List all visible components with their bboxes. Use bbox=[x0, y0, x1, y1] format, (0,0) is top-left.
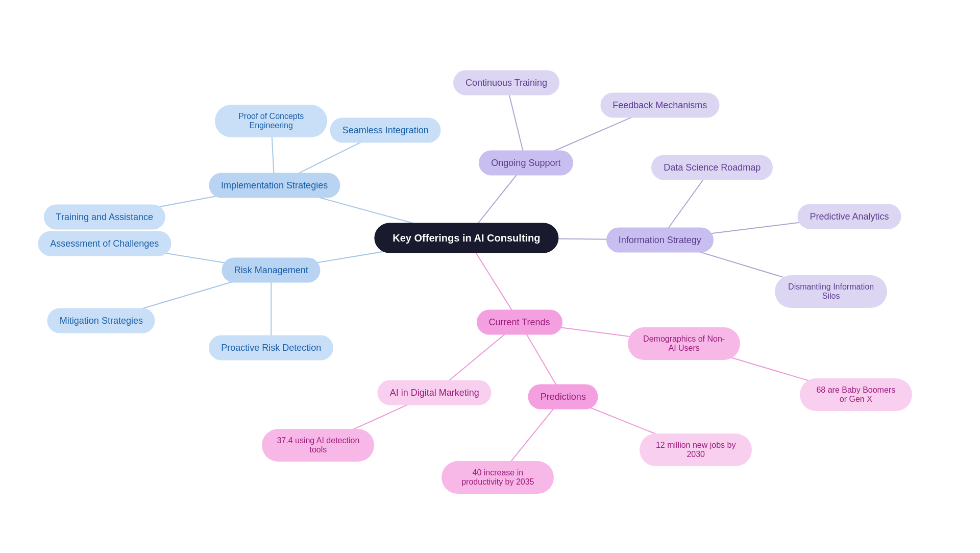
seamless-integration-node: Seamless Integration bbox=[330, 117, 441, 142]
37-4-detection-node: 37.4 using AI detection tools bbox=[262, 429, 374, 462]
data-science-roadmap-node: Data Science Roadmap bbox=[651, 155, 773, 180]
predictions-node: Predictions bbox=[528, 384, 598, 410]
information-strategy-node: Information Strategy bbox=[606, 227, 714, 252]
mindmap-canvas: Key Offerings in AI ConsultingImplementa… bbox=[0, 0, 980, 553]
training-assistance-node: Training and Assistance bbox=[44, 205, 165, 230]
dismantling-silos-node: Dismantling Information Silos bbox=[775, 275, 887, 308]
continuous-training-node: Continuous Training bbox=[453, 70, 559, 95]
demographics-node: Demographics of Non-AI Users bbox=[628, 327, 740, 360]
risk-management-node: Risk Management bbox=[222, 258, 321, 283]
proof-of-concepts-node: Proof of Concepts Engineering bbox=[215, 105, 327, 137]
proactive-risk-node: Proactive Risk Detection bbox=[209, 335, 333, 360]
ongoing-support-node: Ongoing Support bbox=[479, 151, 573, 176]
40-productivity-node: 40 increase in productivity by 2035 bbox=[442, 461, 554, 494]
predictive-analytics-node: Predictive Analytics bbox=[797, 204, 901, 229]
center-node: Key Offerings in AI Consulting bbox=[374, 223, 558, 253]
ai-digital-marketing-node: AI in Digital Marketing bbox=[378, 380, 492, 405]
implementation-strategies-node: Implementation Strategies bbox=[209, 173, 340, 198]
current-trends-node: Current Trends bbox=[477, 309, 562, 334]
mitigation-strategies-node: Mitigation Strategies bbox=[47, 308, 155, 333]
68-baby-boomers-node: 68 are Baby Boomers or Gen X bbox=[800, 378, 912, 411]
feedback-mechanisms-node: Feedback Mechanisms bbox=[600, 92, 719, 117]
assessment-challenges-node: Assessment of Challenges bbox=[38, 231, 171, 256]
12-million-jobs-node: 12 million new jobs by 2030 bbox=[640, 434, 752, 466]
